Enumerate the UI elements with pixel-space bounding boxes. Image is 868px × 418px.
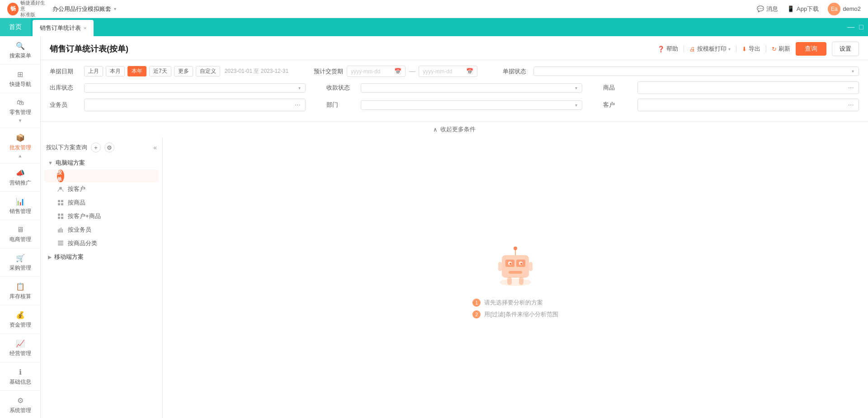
- by-product-icon: [57, 199, 64, 206]
- order-status-select[interactable]: ▾: [533, 66, 859, 76]
- expected-date-label: 预计交货期: [314, 67, 343, 76]
- marketing-icon: 📣: [16, 169, 25, 177]
- empty-illustration: [488, 237, 542, 291]
- department-select[interactable]: ▾: [361, 100, 582, 110]
- svg-rect-15: [58, 244, 63, 246]
- window-maximize-button[interactable]: □: [859, 23, 863, 31]
- refresh-button[interactable]: ↻ 刷新: [772, 45, 790, 53]
- divider3: [766, 45, 766, 52]
- app-download-button[interactable]: 📱 App下载: [787, 5, 819, 13]
- empty-steps: 1 请先选择要分析的方案 2 用[过滤]条件来缩小分析范围: [472, 299, 558, 318]
- user-profile[interactable]: Ea demo2: [828, 3, 861, 15]
- tab-sales-order[interactable]: 销售订单统计表 ×: [33, 20, 94, 36]
- tree-item-by-customer[interactable]: 按客户: [44, 182, 159, 196]
- date-filter-label: 单据日期: [50, 67, 77, 76]
- date-btn-last-7-days[interactable]: 近7天: [149, 66, 171, 76]
- query-button[interactable]: 查询: [796, 42, 826, 56]
- purchase-icon: 🛒: [16, 254, 25, 262]
- print-icon: 🖨: [689, 46, 695, 52]
- svg-rect-6: [61, 214, 63, 216]
- expected-date-start[interactable]: yyyy-mm-dd 📅: [347, 66, 406, 77]
- svg-rect-2: [61, 200, 63, 202]
- sidebar-item-basic-info[interactable]: ℹ 基础信息: [0, 362, 40, 391]
- tree-group-mobile[interactable]: ▶ 移动端方案: [44, 250, 159, 264]
- payment-status-label: 收款状态: [326, 84, 354, 92]
- payment-status-select[interactable]: ▾: [361, 83, 582, 93]
- window-minimize-button[interactable]: —: [847, 23, 854, 31]
- dropdown-chevron-icon: ▾: [114, 6, 116, 11]
- message-button[interactable]: 💬 消息: [757, 5, 778, 13]
- date-btn-custom[interactable]: 自定义: [196, 66, 220, 76]
- svg-rect-3: [58, 203, 60, 205]
- tree-item-by-salesperson[interactable]: 按业务员: [44, 223, 159, 237]
- sidebar-item-search[interactable]: 🔍 搜索菜单: [0, 36, 40, 65]
- tree-item-by-order[interactable]: 按单: [44, 170, 159, 182]
- export-button[interactable]: ⬇ 导出: [742, 45, 760, 53]
- collapse-bar[interactable]: ∧ 收起更多条件: [41, 121, 868, 137]
- tree-item-by-product-category[interactable]: 按商品分类: [44, 237, 159, 250]
- sidebar-item-wholesale[interactable]: 📦 批发管理 ▲: [0, 128, 40, 163]
- svg-rect-8: [61, 217, 63, 219]
- sidebar-item-marketing[interactable]: 📣 营销推广: [0, 163, 40, 192]
- svg-point-22: [509, 263, 511, 265]
- mobile-group-chevron-icon: ▶: [48, 254, 52, 260]
- svg-rect-26: [529, 262, 533, 271]
- panel-collapse-button[interactable]: «: [153, 144, 157, 151]
- svg-rect-28: [519, 277, 524, 285]
- by-product-category-icon: [57, 240, 64, 247]
- customer-more-icon[interactable]: ···: [848, 101, 854, 109]
- sidebar-item-ecommerce[interactable]: 🖥 电商管理: [0, 220, 40, 248]
- product-more-icon[interactable]: ···: [848, 84, 854, 92]
- page-actions: ❓ 帮助 🖨 按模板打印 ▾ ⬇ 导出 ↻ 刷新: [657, 42, 859, 56]
- sidebar-item-system[interactable]: ⚙ 系统管理: [0, 391, 40, 418]
- step-2-number: 2: [472, 310, 481, 318]
- filter-section: 单据日期 上月 本月 本年 近7天 更多 自定义 2023-01-01 至 20…: [41, 60, 868, 121]
- order-status-label: 单据状态: [503, 67, 530, 76]
- sidebar-item-sales[interactable]: 📊 销售管理: [0, 192, 40, 220]
- svg-rect-5: [58, 214, 60, 216]
- tree-item-by-customer-product[interactable]: 按客户+商品: [44, 209, 159, 223]
- date-btn-more[interactable]: 更多: [174, 66, 193, 76]
- date-btn-this-month[interactable]: 本月: [106, 66, 125, 76]
- sidebar-item-purchase[interactable]: 🛒 采购管理: [0, 248, 40, 277]
- panel-settings-button[interactable]: ⚙: [104, 142, 114, 152]
- sidebar-item-inventory[interactable]: 📋 库存核算: [0, 277, 40, 305]
- tab-home[interactable]: 首页: [0, 18, 31, 36]
- sidebar-item-retail[interactable]: 🛍 零售管理 ▼: [0, 93, 40, 128]
- panel-add-button[interactable]: +: [91, 142, 101, 152]
- empty-state: 1 请先选择要分析的方案 2 用[过滤]条件来缩小分析范围: [472, 237, 558, 318]
- sidebar-item-quicknav[interactable]: ⊞ 快捷导航: [0, 65, 40, 93]
- svg-point-23: [520, 263, 522, 265]
- sidebar-item-finance[interactable]: 💰 资金管理: [0, 305, 40, 334]
- salesperson-more-icon[interactable]: ···: [295, 101, 301, 109]
- help-button[interactable]: ❓ 帮助: [657, 45, 678, 53]
- app-dropdown[interactable]: 办公用品行业模拟账套 ▾: [47, 5, 757, 13]
- finance-icon: 💰: [16, 311, 25, 319]
- content-area: 销售订单统计表(按单) ❓ 帮助 🖨 按模板打印 ▾ ⬇ 导出: [41, 36, 868, 418]
- tab-close-icon[interactable]: ×: [84, 25, 86, 31]
- page-header: 销售订单统计表(按单) ❓ 帮助 🖨 按模板打印 ▾ ⬇ 导出: [41, 36, 868, 60]
- tree-item-by-product[interactable]: 按商品: [44, 196, 159, 209]
- print-button[interactable]: 🖨 按模板打印 ▾: [689, 45, 731, 53]
- delivery-chevron-icon: ▾: [298, 86, 301, 90]
- tree-group-pc[interactable]: ▼ 电脑端方案: [44, 156, 159, 170]
- customer-label: 客户: [603, 101, 630, 109]
- logo-area: 畅 畅捷通好生意 标准版: [7, 0, 47, 18]
- collapse-more-button[interactable]: ∧ 收起更多条件: [433, 125, 476, 133]
- divider2: [736, 45, 736, 52]
- date-btn-last-month[interactable]: 上月: [84, 66, 103, 76]
- help-icon: ❓: [657, 46, 665, 52]
- avatar: Ea: [828, 3, 840, 15]
- search-icon: 🔍: [16, 42, 25, 50]
- delivery-status-select[interactable]: ▾: [84, 83, 306, 93]
- date-btn-this-year[interactable]: 本年: [127, 66, 146, 76]
- expected-date-end[interactable]: yyyy-mm-dd 📅: [419, 66, 477, 77]
- date-filter-buttons: 上月 本月 本年 近7天 更多 自定义 2023-01-01 至 2023-12…: [84, 66, 288, 76]
- divider1: [684, 45, 684, 52]
- empty-step-2: 2 用[过滤]条件来缩小分析范围: [472, 310, 558, 318]
- by-order-icon: 按单: [57, 172, 64, 180]
- settings-button[interactable]: 设置: [832, 42, 859, 56]
- retail-chevron-icon: ▼: [18, 118, 23, 123]
- sidebar-item-operations[interactable]: 📈 经营管理: [0, 334, 40, 362]
- download-icon: 📱: [787, 5, 794, 12]
